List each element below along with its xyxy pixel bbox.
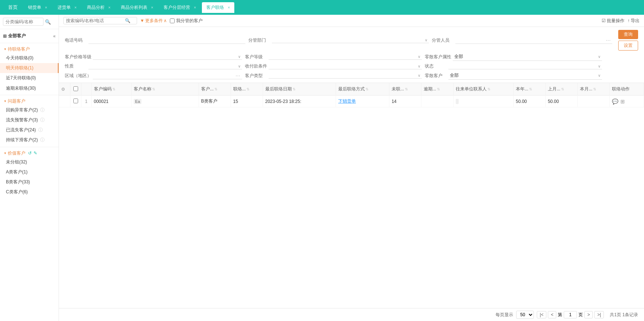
- filter-status-select[interactable]: ∨: [448, 63, 602, 69]
- refresh-icon[interactable]: ↺: [28, 151, 32, 156]
- col-not-contacted[interactable]: 未联...⇅: [389, 83, 421, 96]
- close-product-analysis-icon[interactable]: ×: [108, 5, 111, 10]
- sidebar-item-class-c[interactable]: C类客户(6): [0, 187, 59, 197]
- contact-method-link[interactable]: 下销货单: [338, 99, 356, 104]
- close-purchase-order-icon[interactable]: ×: [74, 5, 77, 10]
- filter-dept-select[interactable]: ∨: [272, 37, 429, 43]
- sidebar-item-week-pending[interactable]: 近7天待联络(0): [0, 73, 59, 83]
- row-checkbox[interactable]: [73, 99, 78, 103]
- close-product-analysis-list-icon[interactable]: ×: [151, 5, 153, 10]
- top-navigation: 首页 销货单 × 进货单 × 商品分析 × 商品分析列表 × 客户分层经营 × …: [0, 0, 644, 15]
- close-sales-order-icon[interactable]: ×: [45, 5, 47, 10]
- col-last-contact-date[interactable]: 最后联络日期⇅: [263, 83, 336, 96]
- col-this-year[interactable]: 本年...⇅: [513, 83, 545, 96]
- nav-customer-contact[interactable]: 客户联络 ×: [202, 2, 234, 13]
- filter-manager-select[interactable]: ···: [455, 37, 612, 44]
- my-customers-checkbox-input[interactable]: [170, 18, 175, 23]
- filter-retail-attr-select[interactable]: 全部 ∨: [453, 53, 602, 61]
- filter-nature-select[interactable]: ∨: [88, 63, 242, 69]
- filter-retail-customer-select[interactable]: 全部 ∨: [448, 72, 602, 80]
- table-settings-icon[interactable]: ⚙: [61, 87, 65, 92]
- export-button[interactable]: ↑ 导出: [627, 18, 640, 24]
- filter-phone-input[interactable]: [88, 37, 245, 44]
- page-input[interactable]: [564, 311, 577, 318]
- nav-home[interactable]: 首页: [4, 2, 22, 13]
- sort-icon-method: ⇅: [365, 87, 368, 91]
- query-button[interactable]: 查询: [618, 30, 638, 39]
- first-page-button[interactable]: |<: [537, 311, 546, 318]
- chat-action-icon[interactable]: 💬: [612, 99, 618, 104]
- chevron-down-icon-price: ∨: [238, 55, 241, 59]
- last-page-button[interactable]: >|: [594, 311, 604, 318]
- sort-icon-date: ⇅: [293, 87, 295, 91]
- page-suffix: 页: [578, 312, 583, 318]
- filter-region-select[interactable]: ···: [93, 72, 242, 79]
- sidebar-divider-3: [0, 147, 59, 147]
- sidebar-item-ungrouped[interactable]: 未分组(32): [0, 157, 59, 167]
- nav-customer-tier[interactable]: 客户分层经营 ×: [159, 2, 200, 13]
- sidebar-item-churned[interactable]: 已流失客户(24) ⓘ: [0, 125, 59, 135]
- nav-sales-order[interactable]: 销货单 ×: [24, 2, 52, 13]
- sidebar-item-class-a[interactable]: A类客户(1): [0, 167, 59, 177]
- filter-customer-type: 客户类型 ∨: [245, 73, 422, 79]
- sidebar-item-overdue-pending[interactable]: 逾期未联络(30): [0, 83, 59, 93]
- col-this-month[interactable]: 本月...⇅: [577, 83, 609, 96]
- col-related-person[interactable]: 往来单位联系人⇅: [453, 83, 513, 96]
- my-customers-checkbox[interactable]: 我分管的客户: [170, 18, 203, 24]
- chevron-down-icon-retail2: ∨: [598, 73, 601, 77]
- search-input[interactable]: [66, 18, 125, 23]
- filter-panel: 电话号码 分管部门 ∨ 分管人员 ···: [59, 27, 644, 83]
- info-icon-2: ⓘ: [40, 117, 45, 122]
- chevron-down-icon-dept: ∨: [425, 38, 427, 42]
- nav-product-analysis-list[interactable]: 商品分析列表 ×: [116, 2, 158, 13]
- filter-icon: ▼: [140, 18, 144, 23]
- filter-customer-level-select[interactable]: ∨: [269, 54, 422, 60]
- filter-customer-type-label: 客户类型: [245, 73, 267, 79]
- filter-payment-select[interactable]: ∨: [269, 63, 422, 69]
- filter-row-4: 区域（地区） ··· 客户类型 ∨ 零散客户 全部: [65, 72, 638, 80]
- col-overdue[interactable]: 逾期...⇅: [421, 83, 453, 96]
- filter-customer-level: 客户等级 ∨: [245, 54, 422, 60]
- col-last-month[interactable]: 上月...⇅: [545, 83, 577, 96]
- sidebar-search-input[interactable]: [3, 18, 43, 26]
- grid-action-icon[interactable]: ⊞: [620, 99, 625, 104]
- col-contact[interactable]: 联络...⇅: [231, 83, 263, 96]
- nav-purchase-order[interactable]: 进货单 ×: [53, 2, 81, 13]
- row-last-contact-method-cell[interactable]: 下销货单: [336, 96, 389, 107]
- filter-customer-type-select[interactable]: ∨: [269, 73, 422, 79]
- next-page-button[interactable]: >: [584, 311, 593, 318]
- row-checkbox-cell[interactable]: [70, 96, 81, 107]
- sidebar-all-customers[interactable]: ⊞ 全部客户 «: [0, 31, 59, 41]
- more-filter-button[interactable]: ▼ 更多条件 ∧: [140, 18, 167, 24]
- per-page-select[interactable]: 50: [516, 311, 534, 319]
- sidebar-item-declining[interactable]: 持续下滑客户(2) ⓘ: [0, 135, 59, 145]
- select-all-checkbox[interactable]: [73, 86, 78, 91]
- sort-icon-name: ⇅: [152, 87, 155, 91]
- row-this-year-cell: 50.00: [513, 96, 545, 107]
- col-customer-name[interactable]: 客户名称⇅: [131, 83, 199, 96]
- col-customer-type[interactable]: 客户...⇅: [199, 83, 231, 96]
- filter-status: 状态 ∨: [425, 63, 602, 69]
- pagination: |< < 第 页 > >|: [537, 311, 604, 318]
- col-settings[interactable]: ⚙: [59, 83, 70, 96]
- col-customer-code[interactable]: 客户编码⇅: [91, 83, 131, 96]
- sort-icon-code: ⇅: [112, 87, 115, 91]
- nav-product-analysis[interactable]: 商品分析 ×: [83, 2, 115, 13]
- close-customer-tier-icon[interactable]: ×: [194, 5, 196, 10]
- search-button[interactable]: 🔍: [125, 18, 130, 23]
- col-last-contact-method[interactable]: 最后联络方式⇅: [336, 83, 389, 96]
- batch-op-button[interactable]: ☑ 批量操作: [602, 18, 624, 24]
- sidebar-item-churn-warning[interactable]: 流失预警客户(3) ⓘ: [0, 115, 59, 125]
- col-checkbox[interactable]: [70, 83, 81, 96]
- sidebar-item-tomorrow-pending[interactable]: 明天待联络(1): [0, 63, 59, 73]
- sidebar-item-abnormal[interactable]: 回购异常客户(2) ⓘ: [0, 105, 59, 115]
- sidebar-item-today-pending[interactable]: 今天待联络(0): [0, 53, 59, 63]
- collapse-icon[interactable]: «: [53, 34, 56, 39]
- sidebar-search-icon[interactable]: 🔍: [45, 19, 51, 25]
- sidebar-item-class-b[interactable]: B类客户(33): [0, 177, 59, 187]
- edit-value-icon[interactable]: ✎: [34, 151, 37, 156]
- settings-button[interactable]: 设置: [618, 41, 638, 51]
- prev-page-button[interactable]: <: [548, 311, 556, 318]
- filter-price-level-select[interactable]: ∨: [93, 54, 242, 60]
- close-customer-contact-icon[interactable]: ×: [228, 5, 230, 10]
